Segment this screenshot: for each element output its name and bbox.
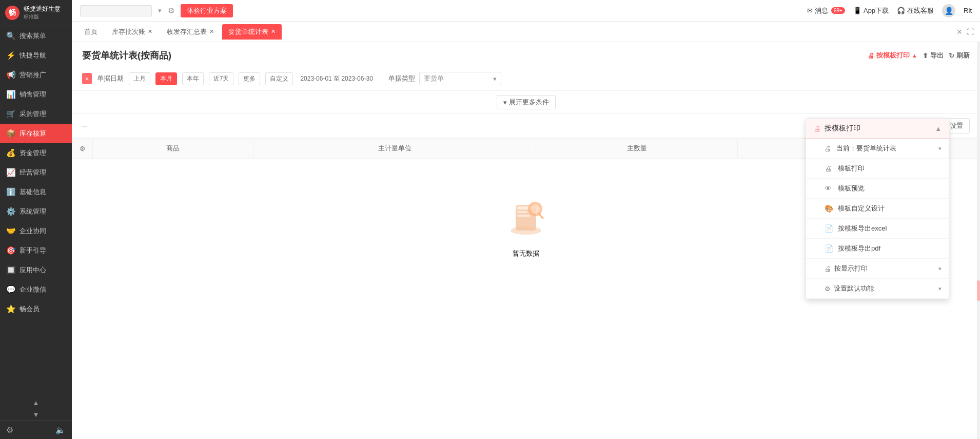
template-print-label: 模板打印 — [838, 164, 865, 173]
page-title: 要货单统计表(按商品) — [82, 49, 171, 62]
sidebar-item-marketing[interactable]: 📢 营销推广 — [0, 65, 72, 85]
tab-close-icon[interactable]: ✕ — [956, 28, 963, 36]
sidebar-item-app-center[interactable]: 🔲 应用中心 — [0, 260, 72, 280]
sidebar-item-label: 快捷导航 — [19, 51, 46, 60]
sidebar-item-vip[interactable]: ⭐ 畅会员 — [0, 299, 72, 319]
default-func-icon: ⚙ — [825, 285, 831, 293]
export-icon: ⬆ — [923, 52, 928, 60]
filter-date-custom[interactable]: 自定义 — [265, 72, 293, 85]
sidebar-item-system[interactable]: ⚙️ 系统管理 — [0, 202, 72, 221]
sidebar-settings-icon[interactable]: ⚙ — [6, 425, 13, 435]
app-download-label: App下载 — [864, 6, 889, 15]
topbar-app-download[interactable]: 📱 App下载 — [853, 6, 889, 15]
sidebar-item-purchase[interactable]: 🛒 采购管理 — [0, 104, 72, 124]
sidebar-item-quick-nav[interactable]: ⚡ 快捷导航 — [0, 46, 72, 65]
sidebar-item-operations[interactable]: 📈 经营管理 — [0, 163, 72, 182]
print-dropdown-current[interactable]: 🖨 当前：要货单统计表 ▾ — [806, 139, 949, 159]
topbar-search-input[interactable] — [80, 5, 152, 16]
col-settings[interactable]: ⚙ — [72, 139, 93, 159]
sidebar-item-sales[interactable]: 📊 销售管理 — [0, 85, 72, 104]
tab-receipt-summary[interactable]: 收发存汇总表 ✕ — [161, 24, 220, 40]
print-dropdown-item-4[interactable]: 📄 按模板导出pdf — [806, 239, 949, 259]
sidebar: 畅 畅捷通好生意 标准版 🔍 搜索菜单 ⚡ 快捷导航 📢 营销推广 📊 销售管理… — [0, 0, 72, 439]
tab-expand-icon[interactable]: ⛶ — [967, 28, 974, 36]
print-dropdown-display-print[interactable]: 🖨 按显示打印 ▾ — [806, 259, 949, 279]
sidebar-item-label: 经营管理 — [19, 168, 46, 177]
filter-date-this-year[interactable]: 本年 — [182, 72, 204, 85]
filter-order-type-select[interactable]: 要货单 ▾ — [419, 72, 501, 85]
tab-receipt-summary-close[interactable]: ✕ — [209, 28, 214, 35]
trial-btn[interactable]: 体验行业方案 — [181, 4, 233, 17]
more-actions-icon[interactable]: ··· — [82, 122, 88, 130]
print-dropdown-item-2[interactable]: 🎨 模板自定义设计 — [806, 199, 949, 219]
expand-more-btn[interactable]: ▾ 展开更多条件 — [497, 95, 556, 109]
purchase-icon: 🛒 — [6, 109, 15, 119]
marketing-icon: 📢 — [6, 70, 15, 80]
topbar-messages[interactable]: ✉ 消息 99+ — [807, 6, 845, 15]
sidebar-item-label: 企业微信 — [19, 285, 46, 294]
filter-date-this-month[interactable]: 本月 — [155, 72, 177, 85]
filter-date-7days[interactable]: 近7天 — [209, 72, 234, 85]
filter-type-chevron-icon: ▾ — [493, 75, 497, 83]
sidebar-search[interactable]: 🔍 搜索菜单 — [0, 26, 72, 46]
headset-icon: 🎧 — [897, 7, 905, 14]
print-dropdown: 🖨 按模板打印 ▲ 🖨 当前：要货单统计表 ▾ 🖨 模板打印 👁 模板预览 🎨 — [806, 118, 949, 299]
logo-badge: 标准版 — [24, 13, 61, 21]
current-item-chevron: ▾ — [938, 145, 942, 152]
filter-order-type-value: 要货单 — [424, 74, 491, 83]
service-label: 在线客服 — [907, 6, 934, 15]
print-dropdown-item-1[interactable]: 👁 模板预览 — [806, 179, 949, 199]
user-avatar[interactable]: 👤 — [942, 4, 955, 17]
svg-point-6 — [531, 204, 540, 214]
template-preview-icon: 👁 — [825, 184, 833, 193]
sidebar-item-finance[interactable]: 💰 资金管理 — [0, 143, 72, 163]
sidebar-item-label: 库存核算 — [19, 129, 46, 138]
tab-inventory-batch[interactable]: 库存批次账 ✕ — [106, 24, 159, 40]
filter-date-last-month[interactable]: 上月 — [129, 72, 150, 85]
topbar-gear-icon[interactable]: ⚙ — [168, 6, 174, 15]
refresh-icon: ↻ — [949, 52, 954, 60]
print-btn-area[interactable]: 🖨 按模板打印 ▲ — [868, 51, 917, 60]
tab-order-stats[interactable]: 要货单统计表 ✕ — [222, 24, 282, 40]
print-dropdown-item-3[interactable]: 📄 按模板导出excel — [806, 219, 949, 239]
main-area: ▾ ⚙ 体验行业方案 ✉ 消息 99+ 📱 App下载 🎧 在线客服 👤 Rit — [72, 0, 980, 439]
sidebar-item-guide[interactable]: 🎯 新手引导 — [0, 241, 72, 260]
template-pdf-icon: 📄 — [825, 244, 833, 253]
export-btn[interactable]: ⬆ 导出 — [923, 51, 944, 60]
filter-date-more[interactable]: 更多 — [239, 72, 260, 85]
template-design-icon: 🎨 — [825, 204, 833, 213]
current-item-label: 当前：要货单统计表 — [836, 144, 933, 153]
sidebar-speaker-icon[interactable]: 🔈 — [55, 425, 66, 435]
tab-receipt-summary-label: 收发存汇总表 — [167, 27, 207, 36]
topbar-chevron-icon[interactable]: ▾ — [158, 7, 162, 14]
empty-text: 暂无数据 — [513, 249, 539, 258]
empty-illustration — [500, 189, 552, 241]
sidebar-scroll-up[interactable]: ▲ — [0, 397, 72, 409]
print-chevron-icon: ▲ — [912, 52, 917, 59]
tab-order-stats-close[interactable]: ✕ — [271, 28, 276, 35]
template-preview-label: 模板预览 — [838, 184, 865, 193]
sidebar-item-basics[interactable]: ℹ️ 基础信息 — [0, 182, 72, 202]
col-unit: 主计量单位 — [253, 139, 536, 159]
print-dropdown-header[interactable]: 🖨 按模板打印 ▲ — [806, 119, 949, 139]
sidebar-scroll-down[interactable]: ▼ — [0, 409, 72, 421]
messages-badge: 99+ — [831, 7, 845, 14]
col-qty: 主数量 — [536, 139, 737, 159]
refresh-btn[interactable]: ↻ 刷新 — [949, 51, 970, 60]
topbar-username[interactable]: Rit — [964, 7, 972, 14]
sidebar-item-collab[interactable]: 🤝 企业协同 — [0, 221, 72, 241]
tab-home[interactable]: 首页 — [78, 24, 104, 40]
refresh-label: 刷新 — [956, 51, 970, 60]
inventory-icon: 📦 — [6, 129, 15, 138]
print-dropdown-item-0[interactable]: 🖨 模板打印 — [806, 159, 949, 179]
collab-icon: 🤝 — [6, 226, 15, 236]
template-design-label: 模板自定义设计 — [838, 204, 885, 213]
sidebar-item-inventory[interactable]: 📦 库存核算 — [0, 124, 72, 143]
sidebar-item-enterprise-wx[interactable]: 💬 企业微信 — [0, 280, 72, 299]
print-dropdown-default-func[interactable]: ⚙ 设置默认功能 ▾ — [806, 279, 949, 299]
right-scrollbar[interactable] — [977, 42, 980, 439]
topbar-online-service[interactable]: 🎧 在线客服 — [897, 6, 934, 15]
printer-icon: 🖨 — [868, 52, 874, 60]
filter-expand-btn[interactable]: » — [82, 73, 92, 84]
tab-inventory-batch-close[interactable]: ✕ — [148, 28, 152, 35]
